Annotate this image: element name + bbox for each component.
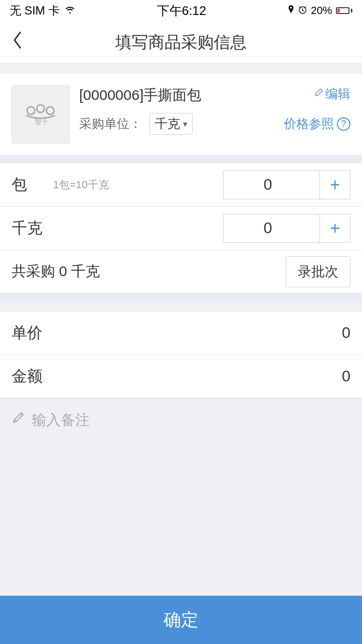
summary-row: 共采购 0 千克 录批次 [0,250,362,294]
unit-price-label: 单价 [12,322,42,344]
battery-percent: 20% [311,4,332,17]
bag-quantity-input[interactable] [223,170,320,199]
unit-price-row: 单价 0 [0,311,362,355]
kg-quantity-input[interactable] [223,214,320,243]
amount-label: 金额 [12,366,42,387]
page-title: 填写商品采购信息 [115,31,247,54]
kg-input-row: 千克 + [0,207,362,250]
summary-text: 共采购 0 千克 [12,262,100,281]
svg-point-3 [37,105,44,112]
empty-area [0,442,362,587]
price-reference-button[interactable]: 价格参照 ? [284,115,350,132]
battery-icon [336,7,352,14]
svg-point-1 [27,107,35,114]
price-section: 单价 0 金额 0 [0,311,362,398]
nav-bar: 填写商品采购信息 [0,21,362,64]
product-name: [0000006]手撕面包 [79,85,314,105]
svg-point-2 [46,107,54,114]
product-name-row: [0000006]手撕面包 编辑 [79,85,350,105]
location-icon [288,4,294,17]
edit-button[interactable]: 编辑 [314,85,350,102]
unit-label: 采购单位： [79,116,142,131]
status-right: 20% [288,4,352,17]
amount-row: 金额 0 [0,355,362,398]
notes-placeholder: 输入备注 [32,410,90,430]
confirm-button[interactable]: 确定 [0,596,362,644]
bag-input-group: + [223,170,350,199]
unit-price-value: 0 [342,324,350,342]
notes-section[interactable]: 输入备注 [0,398,362,442]
kg-plus-button[interactable]: + [320,214,350,243]
status-left: 无 SIM 卡 [10,3,75,18]
wifi-icon [65,4,75,17]
help-icon: ? [337,117,350,131]
bag-input-row: 包 1包=10千克 + [0,163,362,207]
product-card: 智十 [0000006]手撕面包 编辑 采购单位： 千克 ▾ 价格参照 [0,73,362,155]
alarm-icon [298,4,307,17]
status-time: 下午6:12 [157,2,207,19]
pencil-icon [12,412,25,429]
product-thumbnail: 智十 [12,85,70,143]
product-info: [0000006]手撕面包 编辑 采购单位： 千克 ▾ 价格参照 ? [79,85,350,135]
svg-text:智十: 智十 [35,118,48,126]
bag-plus-button[interactable]: + [320,170,350,199]
unit-row: 采购单位： 千克 ▾ 价格参照 ? [79,113,350,135]
batch-button[interactable]: 录批次 [286,256,350,287]
section-divider-1 [0,155,362,163]
status-bar: 无 SIM 卡 下午6:12 20% [0,0,362,21]
section-divider-2 [0,294,362,301]
kg-input-group: + [223,214,350,243]
input-section: 包 1包=10千克 + 千克 + 共采购 0 千克 录批次 [0,163,362,294]
bag-hint: 1包=10千克 [53,178,109,192]
bag-label: 包 [12,174,50,196]
kg-label: 千克 [12,218,50,239]
chevron-down-icon: ▾ [183,119,187,129]
unit-label-group: 采购单位： 千克 ▾ [79,113,193,135]
edit-icon [314,88,323,100]
unit-select[interactable]: 千克 ▾ [150,113,193,135]
carrier-text: 无 SIM 卡 [10,3,60,18]
amount-value: 0 [342,367,350,385]
back-button[interactable] [12,30,23,54]
